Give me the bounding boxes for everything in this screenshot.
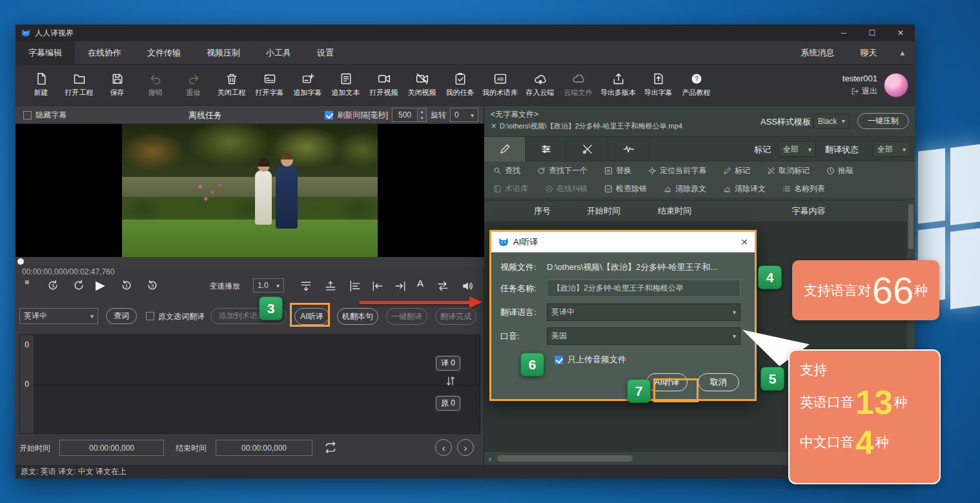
- jump-end-icon[interactable]: [394, 280, 407, 293]
- merge-up-icon[interactable]: [324, 280, 337, 293]
- logout-button[interactable]: 退出: [842, 86, 877, 97]
- menu-chat[interactable]: 聊天: [847, 41, 890, 65]
- rotate-select[interactable]: 0▾: [450, 108, 478, 122]
- toolbar-button-new[interactable]: 新建: [23, 72, 59, 98]
- toolbar-button-close-video[interactable]: 关闭视频: [404, 72, 440, 98]
- scroll-left-icon[interactable]: ‹: [484, 454, 496, 464]
- menu-video-encode[interactable]: 视频压制: [194, 41, 253, 65]
- mark-filter-select[interactable]: 全部▾: [779, 141, 816, 157]
- toolbar-button-export-subtitle[interactable]: 导出字幕: [640, 72, 676, 98]
- forward-1s-button[interactable]: 1: [119, 278, 134, 293]
- toolbar-button-close-project[interactable]: 关闭工程: [214, 72, 249, 98]
- one-key-encode-button[interactable]: 一键压制: [857, 113, 909, 129]
- toolbar-button-cloud-files[interactable]: 云端文件: [560, 72, 596, 98]
- accent-select[interactable]: 美国▾: [547, 327, 740, 345]
- action-find-next[interactable]: 查找下一个: [537, 165, 587, 176]
- dialog-cancel-button[interactable]: 取消: [698, 373, 739, 391]
- ass-template-select[interactable]: Black▾: [813, 114, 850, 128]
- action-online-correct[interactable]: 在线纠错: [545, 183, 587, 194]
- lookup-word-button[interactable]: 查词: [106, 308, 137, 324]
- action-clear-source[interactable]: 清除原文: [664, 183, 706, 194]
- toolbar-button-undo[interactable]: 撤销: [138, 72, 173, 98]
- toolbar-button-export-multi[interactable]: 导出多版本: [598, 72, 638, 98]
- action-refine[interactable]: 推敲: [826, 165, 853, 176]
- action-term-library[interactable]: 术语库: [493, 183, 528, 194]
- stepper-down-icon[interactable]: ▾: [418, 115, 426, 121]
- next-subtitle-button[interactable]: ›: [457, 439, 474, 456]
- play-button[interactable]: ▶: [96, 278, 105, 293]
- toolbar-button-tutorial[interactable]: 产品教程: [679, 72, 714, 98]
- close-video-file-icon[interactable]: ✕: [491, 122, 496, 130]
- select-word-translate-checkbox[interactable]: [146, 312, 154, 320]
- jump-start-icon[interactable]: [371, 280, 384, 293]
- refresh-interval-checkbox[interactable]: [325, 111, 333, 119]
- scrollbar-thumb[interactable]: [497, 455, 633, 462]
- seek-handle[interactable]: [17, 258, 24, 265]
- tab-waveform[interactable]: [608, 137, 649, 161]
- start-time-input[interactable]: [59, 440, 164, 456]
- translate-language-select[interactable]: 英译中▾: [547, 303, 740, 321]
- source-text-area[interactable]: [34, 385, 480, 434]
- menu-subtitle-edit[interactable]: 字幕编辑: [15, 41, 75, 65]
- refresh-interval-input[interactable]: [392, 108, 418, 122]
- tab-tools[interactable]: [567, 137, 608, 161]
- audio-only-checkbox[interactable]: [555, 356, 563, 364]
- toolbar-button-save-cloud[interactable]: 存入云端: [522, 72, 558, 98]
- action-name-list[interactable]: 名称列表: [782, 183, 825, 194]
- one-key-translate-button[interactable]: 一键翻译: [386, 308, 427, 325]
- forward-3s-button[interactable]: 3: [145, 278, 160, 293]
- close-button[interactable]: ✕: [886, 25, 915, 41]
- speed-select[interactable]: 1.0▾: [253, 278, 284, 293]
- task-name-input[interactable]: [547, 280, 740, 297]
- prev-subtitle-button[interactable]: ‹: [435, 439, 452, 456]
- action-unmark[interactable]: 取消标记: [767, 165, 810, 176]
- merge-down-icon[interactable]: [300, 280, 312, 293]
- scrollbar-thumb[interactable]: [908, 204, 914, 249]
- action-check-errors[interactable]: 检查除错: [604, 183, 647, 194]
- seek-bar[interactable]: [15, 257, 484, 266]
- toolbar-button-my-tasks[interactable]: 我的任务: [442, 72, 478, 98]
- rewind-3s-button[interactable]: 3: [45, 278, 61, 293]
- action-locate-current[interactable]: 定位当前字幕: [648, 165, 706, 176]
- action-find[interactable]: 查找: [493, 165, 520, 176]
- toolbar-button-open-subtitle[interactable]: 打开字幕: [252, 72, 287, 98]
- dialog-close-icon[interactable]: ✕: [740, 237, 748, 247]
- stop-button[interactable]: ■: [25, 278, 29, 287]
- translate-status-select[interactable]: 全部▾: [873, 141, 910, 157]
- loop-icon[interactable]: [324, 441, 337, 454]
- menu-system-message[interactable]: 系统消息: [788, 41, 847, 65]
- toolbar-button-open-project[interactable]: 打开工程: [61, 72, 97, 98]
- translate-done-button[interactable]: 翻译完成: [435, 308, 476, 325]
- mt-sentence-button[interactable]: 机翻本句: [337, 308, 378, 325]
- stepper-up-icon[interactable]: ▴: [418, 108, 426, 115]
- end-time-input[interactable]: [216, 440, 312, 456]
- menu-online-collab[interactable]: 在线协作: [75, 41, 134, 65]
- minimize-button[interactable]: ─: [830, 25, 858, 41]
- action-clear-translation[interactable]: 清除译文: [723, 183, 766, 194]
- font-size-button[interactable]: A: [417, 278, 424, 289]
- swap-icon[interactable]: [436, 280, 449, 293]
- align-icon[interactable]: [349, 280, 362, 293]
- toolbar-button-redo[interactable]: 重做: [176, 72, 211, 98]
- toolbar-button-append-text[interactable]: 追加文本: [328, 72, 363, 98]
- toolbar-button-open-video[interactable]: 打开视频: [366, 72, 402, 98]
- tab-edit[interactable]: [484, 137, 526, 161]
- avatar[interactable]: [884, 73, 908, 98]
- tab-list-settings[interactable]: [526, 137, 567, 161]
- menu-settings[interactable]: 设置: [304, 41, 347, 65]
- translation-text-area[interactable]: [34, 335, 480, 384]
- swap-up-down-icon[interactable]: [445, 375, 456, 387]
- menu-file-transfer[interactable]: 文件传输: [134, 41, 194, 65]
- toolbar-button-append-subtitle[interactable]: 追加字幕: [290, 72, 325, 98]
- refresh-interval-stepper[interactable]: ▴▾: [392, 108, 427, 122]
- hide-subtitle-checkbox[interactable]: [23, 111, 32, 119]
- action-replace[interactable]: 替换: [604, 165, 631, 176]
- maximize-button[interactable]: ☐: [858, 25, 886, 41]
- replay-button[interactable]: [71, 278, 87, 293]
- toolbar-button-my-terms[interactable]: 我的术语库: [480, 72, 520, 98]
- language-pair-select[interactable]: 英译中▾: [19, 308, 98, 324]
- toolbar-button-save[interactable]: 保存: [99, 72, 135, 98]
- menu-tools[interactable]: 小工具: [253, 41, 304, 65]
- video-preview[interactable]: [122, 124, 378, 257]
- speaker-icon[interactable]: [461, 280, 474, 293]
